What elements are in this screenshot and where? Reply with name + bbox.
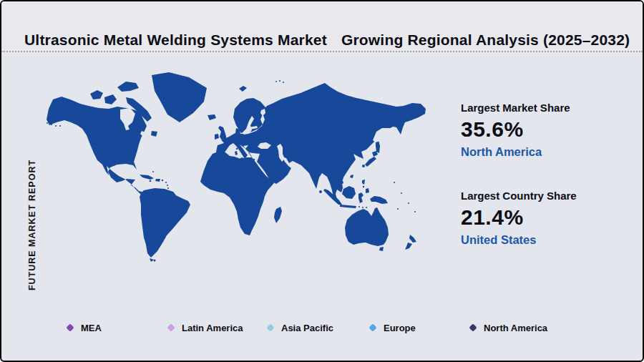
page-title-part1: Ultrasonic Metal Welding Systems Market bbox=[24, 31, 327, 49]
aleutian-dot4 bbox=[59, 125, 61, 127]
philippines-dot bbox=[363, 186, 364, 187]
tasmania bbox=[379, 247, 384, 251]
java bbox=[340, 205, 356, 208]
stat-region: North America bbox=[461, 145, 640, 159]
stat-region: United States bbox=[461, 233, 640, 247]
pacific-dot1 bbox=[394, 182, 395, 183]
hispaniola bbox=[155, 179, 160, 182]
falkland-islands bbox=[154, 260, 156, 262]
ireland bbox=[215, 134, 219, 140]
hainan bbox=[341, 181, 343, 184]
sunda-dot1 bbox=[358, 206, 360, 207]
legend-diamond-europe bbox=[369, 323, 376, 331]
taiwan bbox=[350, 175, 353, 178]
borneo bbox=[342, 186, 356, 199]
newfoundland bbox=[151, 131, 157, 137]
svalbard bbox=[239, 86, 247, 92]
madagascar bbox=[274, 207, 282, 223]
arctic-island-banks bbox=[90, 90, 103, 99]
aleutian-dot1 bbox=[47, 122, 48, 124]
pacific-dot5 bbox=[397, 208, 399, 210]
world-map bbox=[46, 66, 445, 289]
legend-diamond-asia-pacific bbox=[266, 323, 274, 331]
sunda-dot2 bbox=[362, 207, 364, 208]
franz-josef-dot3 bbox=[283, 82, 284, 83]
stat-value: 21.4% bbox=[461, 207, 640, 228]
stat-largest-country-share: Largest Country Share 21.4% United State… bbox=[461, 190, 640, 247]
franz-josef-dot2 bbox=[279, 80, 280, 82]
legend-label: Europe bbox=[384, 323, 416, 333]
sunda-dot3 bbox=[366, 207, 367, 208]
antilles-dot3 bbox=[167, 187, 169, 189]
legend-item-north-america: North America bbox=[470, 321, 585, 334]
legend-label: North America bbox=[484, 323, 547, 333]
japan-honshu bbox=[365, 157, 376, 167]
legend-item-latin-america: Latin America bbox=[168, 321, 268, 334]
continents-land bbox=[47, 72, 426, 262]
stat-largest-market-share: Largest Market Share 35.6% North America bbox=[461, 102, 640, 159]
legend-diamond-latin-america bbox=[167, 323, 175, 331]
legend-label: Asia Pacific bbox=[281, 323, 333, 333]
sulawesi bbox=[358, 192, 364, 203]
bahamas-dot bbox=[152, 171, 154, 172]
franz-josef-dot1 bbox=[275, 81, 277, 82]
legend-item-mea: MEA bbox=[67, 321, 168, 334]
infographic-frame: Ultrasonic Metal Welding Systems MarketG… bbox=[0, 0, 644, 362]
aleutian-dot3 bbox=[55, 125, 57, 127]
new-zealand-south bbox=[405, 243, 412, 250]
legend-diamond-mea bbox=[66, 323, 74, 331]
header-band: Ultrasonic Metal Welding Systems MarketG… bbox=[1, 1, 643, 52]
page-title: Ultrasonic Metal Welding Systems MarketG… bbox=[24, 31, 630, 49]
greenland bbox=[152, 72, 207, 122]
pacific-dot4 bbox=[414, 211, 416, 212]
puerto-rico bbox=[162, 180, 163, 181]
south-america bbox=[140, 188, 190, 258]
stat-label: Largest Country Share bbox=[461, 190, 640, 202]
iceland bbox=[208, 114, 216, 120]
legend-label: Latin America bbox=[182, 323, 243, 333]
australia bbox=[345, 207, 389, 246]
new-guinea bbox=[370, 196, 388, 204]
pacific-dot2 bbox=[401, 192, 402, 194]
stat-value: 35.6% bbox=[461, 119, 640, 140]
legend-item-asia-pacific: Asia Pacific bbox=[268, 321, 370, 334]
cuba bbox=[140, 175, 154, 180]
antilles-dot2 bbox=[167, 185, 168, 186]
great-britain bbox=[218, 126, 227, 142]
tierra-del-fuego bbox=[150, 258, 154, 262]
brand-vertical-label: FUTURE MARKET REPORT bbox=[27, 157, 39, 293]
new-zealand-north bbox=[409, 235, 416, 243]
crete bbox=[253, 159, 255, 160]
jamaica bbox=[150, 180, 152, 182]
legend-item-europe: Europe bbox=[370, 321, 470, 334]
corsica bbox=[236, 148, 238, 150]
stat-label: Largest Market Share bbox=[461, 102, 640, 114]
sardinia bbox=[235, 151, 238, 155]
page-title-part2: Growing Regional Analysis (2025–2032) bbox=[341, 31, 630, 49]
legend-diamond-north-america bbox=[469, 323, 477, 331]
region-legend: MEA Latin America Asia Pacific Europe No… bbox=[67, 321, 585, 334]
sri-lanka bbox=[319, 190, 322, 193]
philippines-luzon bbox=[362, 180, 365, 185]
pacific-dot3 bbox=[408, 202, 409, 204]
aleutian-dot2 bbox=[51, 124, 52, 125]
cyprus bbox=[261, 156, 263, 157]
arctic-island-ellesmere bbox=[117, 82, 139, 92]
antilles-dot1 bbox=[165, 182, 167, 183]
philippines-mindanao bbox=[366, 188, 369, 193]
legend-label: MEA bbox=[81, 323, 102, 333]
arctic-island-victoria bbox=[104, 94, 117, 104]
world-map-svg bbox=[46, 66, 445, 289]
japan-kyushu bbox=[362, 165, 365, 167]
